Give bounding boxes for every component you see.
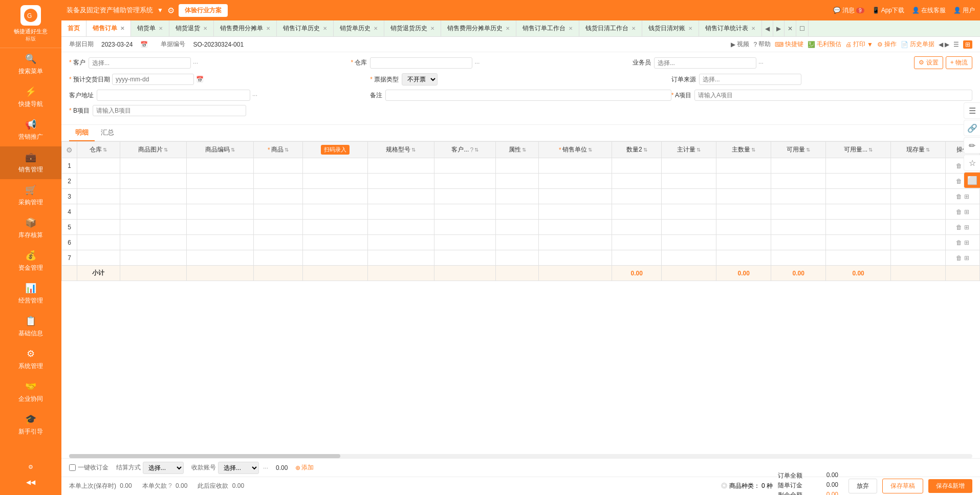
profit-btn[interactable]: 💹 毛利预估 [808,40,841,49]
tab-menu-btn[interactable]: ✕ [785,20,796,37]
rfb-edit[interactable]: ✏ [964,137,980,154]
tab-close-icon[interactable]: ✕ [203,26,207,31]
user-avatar[interactable]: 👤 用户 [953,6,975,15]
tab-close-icon[interactable]: ✕ [688,26,692,31]
tab-summary[interactable]: 汇总 [95,125,120,141]
row-attribute-1[interactable] [496,158,539,174]
tab-sales-return[interactable]: 销货退货 ✕ [169,20,214,37]
settings-btn[interactable]: ⚙ 设置 [914,56,943,69]
delivery-date-input[interactable] [112,74,194,85]
sidebar-item-finance[interactable]: 💰 资金管理 [0,245,61,277]
main-unit-sort[interactable]: 主计量 ⇅ [677,145,701,154]
row-warehouse-2[interactable] [77,174,120,189]
print-dropdown-icon[interactable]: ▼ [867,41,873,48]
sidebar-item-search[interactable]: 🔍 搜索菜单 [0,48,61,81]
available-sort[interactable]: 可用量 ⇅ [787,145,810,154]
copy-row-icon[interactable]: ⊞ [964,193,969,200]
row-product-1[interactable] [253,158,303,174]
copy-row-icon[interactable]: ⊞ [964,224,969,231]
delete-row-icon[interactable]: 🗑 [956,193,962,200]
app-download-btn[interactable]: 📱 App下载 [872,6,904,15]
rfb-layout[interactable]: ☰ [964,102,980,119]
row-sales-unit-1[interactable] [539,158,612,174]
row-qty2-1[interactable] [612,158,662,174]
remark-input[interactable] [385,90,671,101]
row-code-1[interactable] [187,158,253,174]
sidebar-item-purchase[interactable]: 🛒 采购管理 [0,179,61,212]
layout-expand-icon[interactable]: ⊞ [963,40,972,49]
account-more-icon[interactable]: ··· [263,464,268,471]
customer-address-input[interactable] [97,90,250,101]
next-record-btn[interactable]: ▶ [945,41,949,48]
tab-sales-stats[interactable]: 销售订单统计表 ✕ [699,20,762,37]
tab-sales-goods[interactable]: 销货单 ✕ [131,20,169,37]
customer-more-icon[interactable]: ··· [193,59,198,67]
sidebar-item-basic[interactable]: 📋 基础信息 [0,310,61,343]
tab-sales-expense[interactable]: 销售费用分摊单 ✕ [214,20,277,37]
shortcut-btn[interactable]: ⌨ 快捷键 [775,40,803,49]
copy-row-icon[interactable]: ⊞ [964,239,969,246]
scan-entry-btn[interactable]: 扫码录入 [321,145,350,155]
col-settings-icon[interactable]: ⚙ [66,146,73,154]
row-attribute-2[interactable] [496,174,539,189]
sidebar-item-sales[interactable]: 💼 销售管理 [0,146,61,179]
tab-close-icon[interactable]: ✕ [323,26,327,31]
account-select[interactable]: 选择... [218,462,259,474]
tab-order-workbench[interactable]: 销售订单工作台 ✕ [516,20,579,37]
calendar-icon[interactable]: 📅 [140,41,148,48]
tab-close-icon[interactable]: ✕ [266,26,270,31]
notification-btn[interactable]: 💬 消息 9 [833,6,864,15]
tab-close-icon[interactable]: ✕ [374,26,378,31]
print-btn[interactable]: 🖨 打印 ▼ [845,40,873,49]
delete-row-icon[interactable]: 🗑 [956,239,962,246]
discard-btn[interactable]: 放弃 [848,479,877,493]
video-btn[interactable]: ▶ 视频 [731,40,749,49]
horizontal-scrollbar[interactable] [69,454,972,458]
delete-row-icon[interactable]: 🗑 [956,254,962,262]
address-more-icon[interactable]: ··· [252,92,257,99]
rfb-star[interactable]: ☆ [964,155,980,171]
delete-row-icon[interactable]: 🗑 [956,224,962,231]
sidebar-collapse-btn[interactable]: ◀◀ [0,475,61,490]
rfb-link[interactable]: 🔗 [964,120,980,136]
row-code-2[interactable] [187,174,253,189]
row-qty2-2[interactable] [612,174,662,189]
tab-close-icon[interactable]: ✕ [631,26,636,31]
delivery-calendar-icon[interactable]: 📅 [196,76,204,83]
product-sort[interactable]: * 商品 ⇅ [268,145,289,154]
image-sort[interactable]: 商品图片 ⇅ [138,145,168,154]
row-product-2[interactable] [253,174,303,189]
row-warehouse-3[interactable] [77,189,120,204]
row-warehouse-1[interactable] [77,158,120,174]
row-customer-code-1[interactable] [434,158,496,174]
tab-prev-btn[interactable]: ◀ [762,20,773,37]
tab-cash-reconcile[interactable]: 钱货日清对账 ✕ [642,20,699,37]
one-click-deposit-checkbox[interactable] [69,464,76,471]
sidebar-item-business[interactable]: 📊 经营管理 [0,277,61,310]
tab-home[interactable]: 首页 [61,20,86,37]
tab-expand-btn[interactable]: ☐ [796,20,809,37]
help-btn[interactable]: ? 帮助 [753,40,771,49]
layout-list-icon[interactable]: ☰ [953,41,959,48]
tab-close-icon[interactable]: ✕ [569,26,573,31]
tab-goods-history[interactable]: 销货单历史 ✕ [334,20,384,37]
sidebar-item-marketing[interactable]: 📢 营销推广 [0,114,61,146]
sidebar-item-enterprise[interactable]: 🤝 企业协同 [0,376,61,408]
save-new-btn[interactable]: 保存&新增 [928,479,972,493]
tab-close-icon[interactable]: ✕ [751,26,755,31]
a-project-input[interactable] [694,90,972,101]
copy-row-icon[interactable]: ⊞ [964,208,969,216]
delete-row-icon[interactable]: 🗑 [956,162,962,169]
tab-sales-order[interactable]: 销售订单 ✕ [86,20,131,37]
sidebar-item-system[interactable]: ⚙ 系统管理 [0,343,61,376]
tab-close-icon[interactable]: ✕ [159,26,163,31]
operation-btn[interactable]: ⚙ 操作 [877,40,897,49]
save-draft-btn[interactable]: 保存草稿 [882,479,923,493]
sidebar-settings-btn[interactable]: ⚙ [0,460,61,475]
sidebar-item-inventory[interactable]: 📦 库存核算 [0,212,61,245]
available2-sort[interactable]: 可用量... ⇅ [844,145,873,154]
delete-row-icon[interactable]: 🗑 [956,208,962,216]
row-main-qty-1[interactable] [716,158,771,174]
sidebar-item-guide[interactable]: 🎓 新手引导 [0,408,61,441]
order-source-input[interactable] [699,74,801,85]
